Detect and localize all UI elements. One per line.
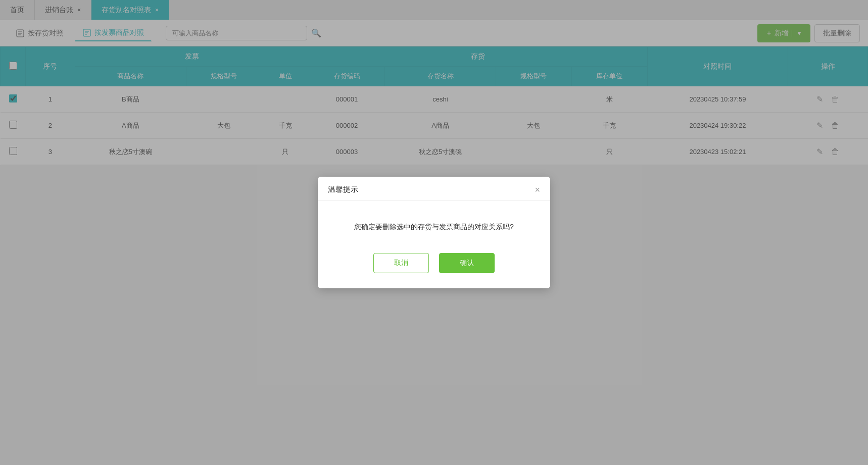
dialog-header: 温馨提示 × <box>318 177 550 201</box>
confirm-button[interactable]: 确认 <box>439 253 495 273</box>
cancel-button[interactable]: 取消 <box>373 253 429 273</box>
dialog-message: 您确定要删除选中的存货与发票商品的对应关系吗? <box>354 223 514 231</box>
dialog-overlay[interactable]: 温馨提示 × 您确定要删除选中的存货与发票商品的对应关系吗? 取消 确认 <box>0 0 868 465</box>
dialog-close-button[interactable]: × <box>535 185 540 194</box>
dialog-body: 您确定要删除选中的存货与发票商品的对应关系吗? <box>318 201 550 247</box>
dialog-footer: 取消 确认 <box>318 248 550 288</box>
dialog-title: 温馨提示 <box>328 185 358 194</box>
dialog: 温馨提示 × 您确定要删除选中的存货与发票商品的对应关系吗? 取消 确认 <box>318 177 550 288</box>
